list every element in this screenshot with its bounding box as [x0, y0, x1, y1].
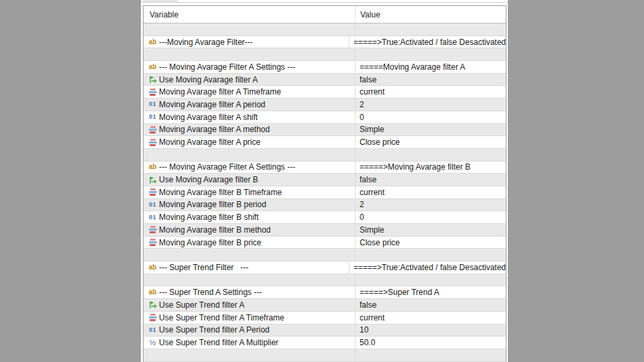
value-cell[interactable] [356, 149, 506, 161]
table-row[interactable] [144, 349, 506, 362]
table-row[interactable]: Use Super Trend filter A Timeframe curre… [144, 312, 506, 324]
table-row[interactable] [144, 23, 506, 36]
variable-label: Use Moving Avarage filter B [159, 175, 258, 184]
table-row[interactable]: ab ---Moving Avarage Filter--- =====>Tru… [144, 36, 506, 49]
param-type-icon-slot: ab [146, 164, 159, 170]
variable-label: ---Moving Avarage Filter--- [159, 38, 253, 47]
value-cell[interactable] [356, 349, 506, 361]
column-header-variable[interactable]: Variable [144, 6, 356, 23]
table-row[interactable] [144, 149, 506, 162]
variable-cell: ab ---Moving Avarage Filter--- [144, 36, 350, 48]
variable-cell: ab --- Super Trend Filter --- [144, 261, 350, 274]
variable-cell: ab --- Moving Avarage Filter A Settings … [144, 162, 356, 174]
value-text: Simple [360, 225, 384, 235]
value-cell[interactable]: 50.0 [356, 337, 506, 349]
string-param-icon: ab [149, 289, 157, 296]
table-row[interactable]: ab --- Super Trend Filter --- =====>True… [144, 261, 506, 274]
value-cell[interactable]: 2 [356, 99, 506, 111]
table-row[interactable]: ab --- Moving Avarage Filter A Settings … [144, 162, 506, 174]
string-param-icon: ab [149, 164, 157, 170]
value-cell[interactable]: Close price [356, 136, 506, 148]
value-cell[interactable]: Simple [356, 224, 506, 236]
variable-cell: 01 Use Super Trend filter A Period [144, 324, 356, 337]
param-type-icon-slot: ab [146, 39, 159, 46]
value-cell[interactable] [356, 274, 506, 286]
variable-cell: 01 Moving Avarage filter B shift [144, 211, 356, 223]
table-row[interactable]: ½ Use Super Trend filter A Multiplier 50… [144, 337, 506, 349]
table-row[interactable]: 01 Moving Avarage filter A period 2 [144, 99, 506, 111]
param-type-icon-slot: 01 [146, 202, 159, 208]
table-row[interactable]: Moving Avarage filter A price Close pric… [144, 136, 506, 149]
table-row[interactable]: Moving Avarage filter A method Simple [144, 124, 506, 137]
table-row[interactable]: Use Moving Avarage filter A false [144, 74, 506, 86]
table-row[interactable]: Use Super Trend filter A false [144, 299, 506, 312]
table-row[interactable]: Moving Avarage filter B price Close pric… [144, 237, 506, 249]
table-row[interactable]: ab --- Super Trend A Settings --- =====>… [144, 286, 506, 299]
param-type-icon-slot: ½ [146, 339, 159, 347]
bool-flag-icon [148, 300, 157, 309]
double-param-icon: ½ [150, 339, 156, 347]
table-row[interactable]: Use Moving Avarage filter B false [144, 174, 506, 186]
table-row[interactable] [144, 249, 506, 261]
value-cell[interactable]: false [356, 174, 506, 186]
value-text: Close price [360, 238, 400, 247]
variable-cell [144, 349, 356, 361]
value-cell[interactable]: false [356, 74, 506, 86]
table-row[interactable]: Moving Avarage filter B Timeframe curren… [144, 186, 506, 199]
enum-param-icon [149, 226, 157, 233]
value-cell[interactable]: current [356, 86, 506, 98]
value-cell[interactable]: current [356, 312, 506, 324]
value-cell[interactable]: =====>Super Trend A [356, 286, 506, 298]
value-cell[interactable]: false [356, 299, 506, 311]
variable-label: Moving Avarage filter B period [159, 200, 266, 209]
variable-cell: Moving Avarage filter A Timeframe [144, 86, 356, 98]
variable-cell: 01 Moving Avarage filter A period [144, 99, 356, 111]
variable-label: Moving Avarage filter A shift [159, 113, 258, 122]
table-row[interactable]: 01 Moving Avarage filter A shift 0 [144, 111, 506, 124]
value-cell[interactable] [356, 48, 506, 60]
value-cell[interactable]: 10 [356, 324, 506, 337]
value-cell[interactable]: 0 [356, 211, 506, 223]
enum-param-icon [149, 139, 157, 146]
value-cell[interactable]: 2 [356, 199, 506, 211]
table-header: Variable Value [144, 6, 506, 23]
variable-cell: ab --- Super Trend A Settings --- [144, 286, 356, 298]
variable-cell: ½ Use Super Trend filter A Multiplier [144, 337, 356, 349]
value-text: false [360, 300, 376, 310]
variable-cell: Use Super Trend filter A Timeframe [144, 312, 356, 324]
value-cell[interactable]: =====>True:Activated / false Desactivate… [350, 36, 506, 48]
variable-label: --- Moving Avarage Filter A Settings --- [159, 62, 295, 72]
value-text: 10 [360, 325, 368, 335]
table-row[interactable]: 01 Use Super Trend filter A Period 10 [144, 324, 506, 337]
value-text: =====>True:Activated / false Desactivate… [354, 38, 506, 47]
value-cell[interactable]: current [356, 186, 506, 198]
table-row[interactable]: ab --- Moving Avarage Filter A Settings … [144, 61, 506, 74]
param-type-icon-slot [146, 75, 159, 84]
param-type-icon-slot: ab [146, 64, 159, 70]
table-row[interactable]: Moving Avarage filter B method Simple [144, 224, 506, 237]
string-param-icon: ab [149, 264, 157, 271]
value-cell[interactable]: =====Moving Avarage filter A [356, 61, 506, 73]
value-cell[interactable]: =====>Moving Avarage filter B [356, 162, 506, 174]
value-cell[interactable]: 0 [356, 111, 506, 123]
param-type-icon-slot [146, 139, 159, 146]
enum-param-icon [149, 314, 157, 321]
left-gray-panel [0, 0, 141, 362]
variable-cell: ab --- Moving Avarage Filter A Settings … [144, 61, 356, 73]
value-cell[interactable]: Simple [356, 124, 506, 136]
value-cell[interactable] [356, 249, 506, 261]
bool-flag-icon [148, 176, 157, 184]
table-row[interactable]: 01 Moving Avarage filter B shift 0 [144, 211, 506, 224]
value-cell[interactable] [356, 23, 506, 36]
variable-label: Moving Avarage filter B method [159, 225, 271, 235]
value-cell[interactable]: Close price [356, 237, 506, 249]
column-header-value[interactable]: Value [356, 6, 506, 23]
string-param-icon: ab [149, 64, 157, 70]
table-row[interactable]: 01 Moving Avarage filter B period 2 [144, 199, 506, 212]
param-type-icon-slot: ab [146, 289, 159, 296]
table-row[interactable]: Moving Avarage filter A Timeframe curren… [144, 86, 506, 99]
value-cell[interactable]: =====>True:Activated / false Desactivate… [350, 261, 506, 274]
value-text: 2 [360, 200, 364, 209]
table-row[interactable] [144, 48, 506, 61]
table-row[interactable] [144, 274, 506, 287]
